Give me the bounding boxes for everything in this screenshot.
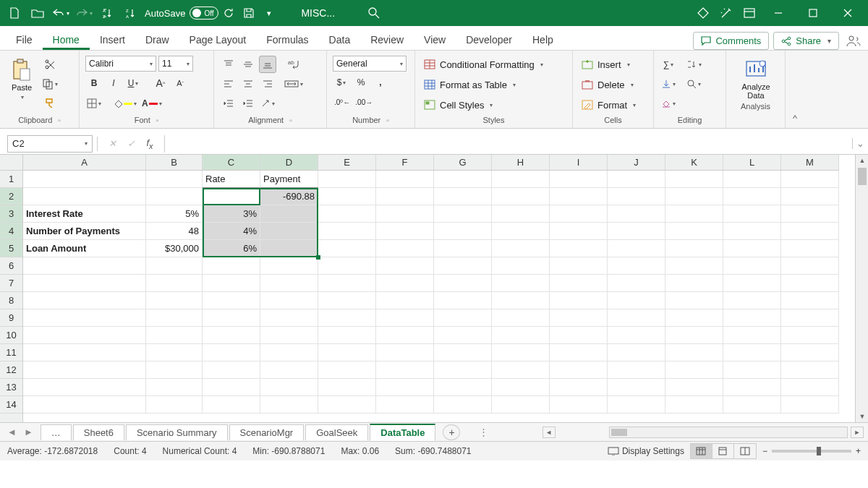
cell-J10[interactable] [608, 327, 665, 344]
tab-data[interactable]: Data [319, 30, 361, 50]
cell-M12[interactable] [781, 361, 839, 379]
qat-more-icon[interactable]: ▾ [259, 3, 279, 23]
dialog-launcher-icon[interactable]: ▫ [289, 116, 292, 124]
sheet-nav-next-icon[interactable]: ► [21, 425, 36, 439]
open-file-icon[interactable] [27, 3, 48, 23]
sort-desc-icon[interactable]: ZA [120, 3, 140, 23]
cell-G5[interactable] [434, 240, 492, 257]
cell-C5[interactable]: 6% [203, 240, 260, 257]
cell-G2[interactable] [434, 188, 492, 205]
cell-E3[interactable] [318, 205, 376, 223]
sheet-tab-sheet6[interactable]: Sheet6 [73, 424, 124, 440]
cell-I9[interactable] [550, 309, 608, 327]
cell-A5[interactable]: Loan Amount [23, 240, 146, 257]
cell-H14[interactable] [492, 396, 550, 414]
align-right-icon[interactable] [259, 75, 276, 93]
row-header-2[interactable]: 2 [0, 188, 22, 205]
cell-B14[interactable] [146, 396, 203, 414]
cell-G14[interactable] [434, 396, 492, 414]
tab-file[interactable]: File [6, 30, 43, 50]
cell-H10[interactable] [492, 327, 550, 344]
zoom-thumb[interactable] [817, 447, 821, 455]
cell-K9[interactable] [665, 309, 723, 327]
zoom-out-button[interactable]: − [762, 446, 767, 456]
tab-page-layout[interactable]: Page Layout [179, 30, 257, 50]
conditional-formatting-button[interactable]: Conditional Formatting▾ [421, 56, 546, 73]
cell-D10[interactable] [260, 327, 318, 344]
diamond-icon[interactable] [693, 3, 713, 23]
cell-A3[interactable]: Interest Rate [23, 205, 146, 223]
zoom-in-button[interactable]: + [856, 446, 861, 456]
dialog-launcher-icon[interactable]: ▫ [156, 116, 159, 124]
clear-button[interactable]: ▾ [660, 95, 677, 112]
cell-J3[interactable] [608, 205, 665, 223]
cell-A6[interactable] [23, 257, 146, 275]
cell-A7[interactable] [23, 275, 146, 292]
cell-D2[interactable]: -690.88 [260, 188, 318, 205]
cell-D5[interactable] [260, 240, 318, 257]
cell-J5[interactable] [608, 240, 665, 257]
cell-H13[interactable] [492, 379, 550, 396]
cell-J6[interactable] [608, 257, 665, 275]
tab-help[interactable]: Help [522, 30, 563, 50]
scroll-up-icon[interactable]: ▲ [856, 155, 868, 166]
cell-M5[interactable] [781, 240, 839, 257]
tab-developer[interactable]: Developer [456, 30, 522, 50]
comma-format-button[interactable]: , [372, 74, 389, 91]
sheet-tab-overflow-icon[interactable]: ⋮ [479, 427, 488, 437]
cell-C2[interactable] [203, 188, 260, 205]
cell-H1[interactable] [492, 171, 550, 188]
col-header-M[interactable]: M [781, 155, 839, 170]
cell-L10[interactable] [723, 327, 781, 344]
cell-E4[interactable] [318, 223, 376, 240]
cell-F13[interactable] [376, 379, 434, 396]
cell-D3[interactable] [260, 205, 318, 223]
row-header-13[interactable]: 13 [0, 379, 22, 396]
cell-F14[interactable] [376, 396, 434, 414]
wrap-text-button[interactable]: ab [282, 56, 305, 73]
insert-function-icon[interactable]: fx [142, 137, 157, 150]
cell-A8[interactable] [23, 292, 146, 309]
share-button[interactable]: Share▾ [773, 32, 839, 50]
cell-B5[interactable]: $30,000 [146, 240, 203, 257]
close-button[interactable] [832, 3, 864, 23]
cell-B12[interactable] [146, 361, 203, 379]
cell-M9[interactable] [781, 309, 839, 327]
row-header-11[interactable]: 11 [0, 344, 22, 361]
col-header-G[interactable]: G [434, 155, 492, 170]
cell-A10[interactable] [23, 327, 146, 344]
find-select-button[interactable]: ▾ [684, 75, 703, 93]
analyze-data-button[interactable]: AnalyzeData [732, 53, 780, 100]
cell-J8[interactable] [608, 292, 665, 309]
cell-C8[interactable] [203, 292, 260, 309]
cell-H8[interactable] [492, 292, 550, 309]
format-cells-button[interactable]: Format ▾ [579, 96, 639, 114]
cell-L6[interactable] [723, 257, 781, 275]
cell-D6[interactable] [260, 257, 318, 275]
maximize-button[interactable] [797, 3, 829, 23]
cell-A14[interactable] [23, 396, 146, 414]
cell-C14[interactable] [203, 396, 260, 414]
cell-J2[interactable] [608, 188, 665, 205]
hscroll-thumb[interactable] [611, 429, 627, 436]
sheet-tab-goalseek[interactable]: GoalSeek [305, 424, 368, 440]
cell-F1[interactable] [376, 171, 434, 188]
cell-G13[interactable] [434, 379, 492, 396]
cell-F2[interactable] [376, 188, 434, 205]
cell-G10[interactable] [434, 327, 492, 344]
cell-I6[interactable] [550, 257, 608, 275]
cell-I2[interactable] [550, 188, 608, 205]
save-icon[interactable] [239, 3, 259, 23]
row-header-4[interactable]: 4 [0, 223, 22, 240]
selection-handle[interactable] [316, 255, 320, 260]
hscroll-left-icon[interactable]: ◄ [542, 427, 556, 438]
cell-D1[interactable]: Payment [260, 171, 318, 188]
enter-formula-icon[interactable]: ✓ [124, 138, 138, 149]
align-center-icon[interactable] [239, 75, 257, 93]
cell-K8[interactable] [665, 292, 723, 309]
cell-B7[interactable] [146, 275, 203, 292]
cell-B2[interactable] [146, 188, 203, 205]
undo-icon[interactable]: ▾ [51, 3, 71, 23]
cell-F10[interactable] [376, 327, 434, 344]
display-settings-button[interactable]: Display Settings [608, 446, 684, 456]
